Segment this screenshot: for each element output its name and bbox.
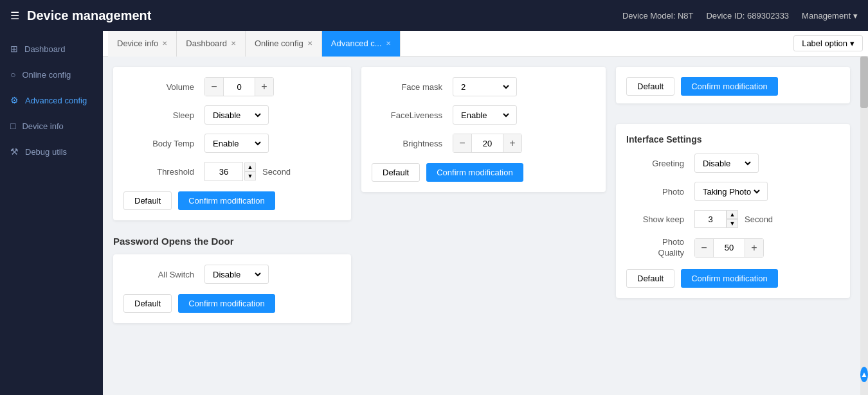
scroll-to-top-button[interactable]: ▲ <box>860 367 868 382</box>
password-section: Password Opens the Door All Switch Disab… <box>113 236 351 323</box>
mid-settings-card: Face mask 0 1 2 3 <box>361 67 606 192</box>
advanced-config-icon: ⚙ <box>10 95 19 105</box>
sidebar-item-dashboard[interactable]: ⊞ Dashboard <box>0 36 103 62</box>
left-btn-row: Default Confirm modification <box>123 191 341 210</box>
tab-close-icon[interactable]: ✕ <box>162 40 167 47</box>
online-config-icon: ○ <box>10 69 15 80</box>
body-temp-select-group[interactable]: Enable Disable <box>204 134 269 153</box>
top-right-default-button[interactable]: Default <box>626 77 674 96</box>
sidebar-item-debug-utils[interactable]: ⚒ Debug utils <box>0 139 103 164</box>
show-keep-down-button[interactable]: ▼ <box>727 219 738 228</box>
threshold-down-button[interactable]: ▼ <box>244 171 256 180</box>
face-mask-select-group[interactable]: 0 1 2 3 <box>453 77 517 96</box>
show-keep-spinners: ▲ ▼ <box>727 210 738 228</box>
sleep-select[interactable]: Disable Enable <box>210 110 263 121</box>
password-btn-row: Default Confirm modification <box>123 294 341 313</box>
mid-btn-row: Default Confirm modification <box>372 163 595 182</box>
show-keep-row: Show keep ▲ ▼ Second <box>626 210 840 228</box>
volume-input-group: − + <box>204 77 274 96</box>
sleep-row: Sleep Disable Enable <box>123 105 341 125</box>
greeting-select-group[interactable]: Disable Enable <box>694 154 759 173</box>
left-default-button[interactable]: Default <box>123 191 172 210</box>
tab-device-info[interactable]: Device info ✕ <box>108 31 177 57</box>
tab-close-icon[interactable]: ✕ <box>307 40 312 47</box>
menu-icon[interactable]: ☰ <box>10 10 19 22</box>
volume-decrement-button[interactable]: − <box>205 78 223 96</box>
main-layout: ⊞ Dashboard ○ Online config ⚙ Advanced c… <box>0 31 868 395</box>
volume-input[interactable] <box>223 78 255 96</box>
all-switch-select[interactable]: Disable Enable <box>210 269 263 280</box>
threshold-spinners: ▲ ▼ <box>244 162 256 180</box>
show-keep-label: Show keep <box>626 215 684 224</box>
tab-dashboard[interactable]: Dashboard ✕ <box>177 31 246 57</box>
left-settings-card: Volume − + Sleep <box>113 67 351 220</box>
brightness-increment-button[interactable]: + <box>503 134 521 152</box>
sidebar-item-advanced-config[interactable]: ⚙ Advanced config <box>0 87 103 113</box>
brightness-input-group: − + <box>453 134 522 153</box>
scroll-thumb[interactable] <box>860 57 868 108</box>
greeting-select[interactable]: Disable Enable <box>700 158 753 169</box>
label-option-button[interactable]: Label option ▾ <box>793 35 863 51</box>
photo-select[interactable]: Taking Photo Not Taking <box>700 186 762 197</box>
left-panel: Volume − + Sleep <box>113 67 351 385</box>
sidebar-item-label: Device info <box>22 121 63 131</box>
threshold-up-button[interactable]: ▲ <box>244 162 256 171</box>
brightness-decrement-button[interactable]: − <box>453 134 471 152</box>
management-chevron: ▾ <box>853 11 858 21</box>
photo-quality-decrement-button[interactable]: − <box>695 239 713 257</box>
all-switch-label: All Switch <box>123 270 194 279</box>
interface-confirm-button[interactable]: Confirm modification <box>681 269 778 288</box>
body-temp-row: Body Temp Enable Disable <box>123 134 341 153</box>
show-keep-up-button[interactable]: ▲ <box>727 210 738 219</box>
faceliveness-select[interactable]: Enable Disable <box>458 110 511 121</box>
left-confirm-button[interactable]: Confirm modification <box>178 191 275 210</box>
header-right: Device Model: N8T Device ID: 689302333 M… <box>622 11 858 21</box>
tab-online-config[interactable]: Online config ✕ <box>246 31 322 57</box>
management-menu[interactable]: Management ▾ <box>802 11 858 21</box>
photo-row: Photo Taking Photo Not Taking <box>626 182 840 201</box>
interface-settings-title: Interface Settings <box>626 134 840 145</box>
password-confirm-button[interactable]: Confirm modification <box>178 294 275 313</box>
tab-label: Dashboard <box>186 39 227 48</box>
brightness-input[interactable] <box>471 134 503 152</box>
tab-close-icon[interactable]: ✕ <box>231 40 236 47</box>
face-mask-select[interactable]: 0 1 2 3 <box>458 82 511 92</box>
app-title: Device management <box>27 8 622 23</box>
sidebar-item-label: Advanced config <box>25 96 87 105</box>
top-right-confirm-button[interactable]: Confirm modification <box>681 77 778 96</box>
photo-quality-increment-button[interactable]: + <box>745 239 763 257</box>
faceliveness-select-group[interactable]: Enable Disable <box>453 105 517 125</box>
interface-default-button[interactable]: Default <box>626 269 674 288</box>
sidebar-item-device-info[interactable]: □ Device info <box>0 113 103 139</box>
page-content: Volume − + Sleep <box>103 57 860 395</box>
debug-utils-icon: ⚒ <box>10 146 19 157</box>
sleep-select-group[interactable]: Disable Enable <box>204 105 269 125</box>
face-mask-label: Face mask <box>372 82 442 92</box>
mid-default-button[interactable]: Default <box>372 163 420 182</box>
all-switch-select-group[interactable]: Disable Enable <box>204 265 269 284</box>
show-keep-input[interactable] <box>694 210 727 228</box>
threshold-input[interactable] <box>204 162 243 181</box>
tab-close-icon[interactable]: ✕ <box>386 40 391 47</box>
threshold-row: Threshold ▲ ▼ Second <box>123 162 341 181</box>
label-option-chevron: ▾ <box>850 39 854 48</box>
tab-label: Online config <box>255 39 303 48</box>
sidebar-item-label: Dashboard <box>24 44 66 54</box>
photo-quality-label: Photo Quality <box>626 237 684 259</box>
top-right-btn-row: Default Confirm modification <box>626 77 840 96</box>
body-temp-select[interactable]: Enable Disable <box>210 138 263 149</box>
volume-increment-button[interactable]: + <box>255 78 273 96</box>
interface-settings-card: Interface Settings Greeting Disable Enab… <box>616 124 850 298</box>
sidebar: ⊞ Dashboard ○ Online config ⚙ Advanced c… <box>0 31 103 395</box>
sidebar-item-online-config[interactable]: ○ Online config <box>0 62 103 87</box>
brightness-label: Brightness <box>372 139 442 148</box>
tab-advanced-config[interactable]: Advanced c... ✕ <box>322 31 401 57</box>
faceliveness-label: FaceLiveness <box>372 110 442 120</box>
mid-confirm-button[interactable]: Confirm modification <box>426 163 523 182</box>
top-right-card: Default Confirm modification <box>616 67 850 103</box>
interface-btn-row: Default Confirm modification <box>626 269 840 288</box>
password-section-title: Password Opens the Door <box>113 236 351 247</box>
photo-select-group[interactable]: Taking Photo Not Taking <box>694 182 768 201</box>
password-default-button[interactable]: Default <box>123 294 172 313</box>
photo-quality-input[interactable] <box>713 239 745 257</box>
